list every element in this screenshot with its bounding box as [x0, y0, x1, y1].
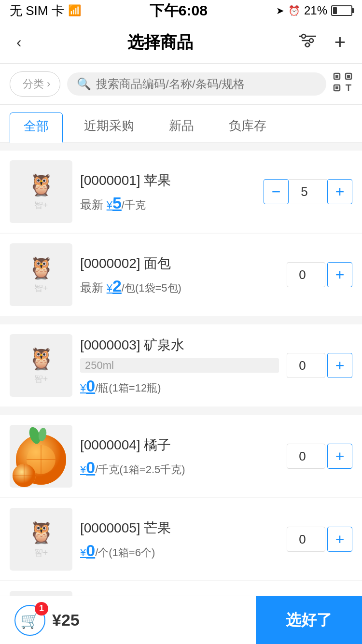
product-info: [0000003] 矿泉水 250ml ¥0/瓶(1箱=12瓶)	[80, 336, 279, 395]
product-name: [0000001] 苹果	[80, 171, 256, 190]
cart-total: ¥25	[52, 611, 80, 630]
product-item: 🦉 智+ [0000001] 苹果 最新 ¥5/千克 − +	[0, 151, 362, 233]
product-spec: 250ml	[80, 358, 279, 373]
nav-actions: +	[297, 29, 348, 55]
product-price: ¥0/瓶(1箱=12瓶)	[80, 377, 279, 395]
svg-point-4	[309, 39, 313, 42]
qty-controls: +	[287, 527, 352, 552]
increase-button[interactable]: +	[327, 353, 352, 378]
svg-rect-11	[335, 86, 338, 89]
search-icon: 🔍	[77, 77, 91, 91]
wifi-icon: 📶	[68, 4, 81, 17]
product-name: [0000002] 面包	[80, 254, 279, 273]
product-image: 🦉 智+	[10, 334, 72, 397]
category-label: 分类	[23, 77, 44, 91]
nav-bar: ‹ 选择商品 +	[0, 21, 362, 64]
product-item: 🦉 智+ [0000005] 芒果 ¥0/个(1箱=6个) +	[0, 498, 362, 580]
svg-rect-9	[335, 75, 338, 78]
status-bar: 无 SIM 卡 📶 下午6:08 ➤ ⏰ 21%	[0, 0, 362, 21]
tab-all[interactable]: 全部	[10, 112, 63, 143]
product-info: [0000005] 芒果 ¥0/个(1箱=6个)	[80, 519, 279, 560]
product-price: 最新 ¥5/千克	[80, 194, 256, 212]
cart-badge: 1	[35, 602, 48, 616]
product-info: [0000004] 橘子 ¥0/千克(1箱=2.5千克)	[80, 436, 279, 477]
product-item: [0000004] 橘子 ¥0/千克(1箱=2.5千克) +	[0, 415, 362, 497]
product-name: [0000005] 芒果	[80, 519, 279, 537]
product-name: [0000004] 橘子	[80, 436, 279, 454]
qty-input[interactable]	[287, 353, 325, 378]
battery-percent: 21%	[304, 4, 327, 17]
qty-controls: − +	[264, 179, 352, 204]
product-image: 🦉 智+	[10, 243, 72, 306]
battery-icon	[331, 5, 352, 16]
product-item: 🦉 智+ [0000003] 矿泉水 250ml ¥0/瓶(1箱=12瓶) +	[0, 324, 362, 406]
qty-input[interactable]	[289, 179, 327, 204]
qty-controls: +	[287, 262, 352, 287]
tabs-bar: 全部 近期采购 新品 负库存	[0, 105, 362, 143]
svg-rect-10	[347, 75, 350, 78]
increase-button[interactable]: +	[327, 262, 352, 287]
decrease-button[interactable]: −	[264, 179, 289, 204]
status-left: 无 SIM 卡 📶	[10, 2, 81, 19]
product-list: 🦉 智+ [0000001] 苹果 最新 ¥5/千克 − + 🦉 智+ [000…	[0, 151, 362, 644]
page-title: 选择商品	[127, 31, 193, 54]
increase-button[interactable]: +	[327, 527, 352, 552]
filter-button[interactable]	[297, 31, 318, 53]
qty-input[interactable]	[287, 444, 325, 469]
confirm-button[interactable]: 选好了	[256, 596, 362, 644]
status-time: 下午6:08	[150, 1, 208, 21]
search-input[interactable]	[96, 77, 317, 91]
filter-bar: 分类 › 🔍	[0, 64, 362, 105]
add-button[interactable]: +	[333, 29, 348, 55]
qty-input[interactable]	[287, 527, 325, 552]
product-price: 最新 ¥2/包(1袋=5包)	[80, 277, 279, 295]
svg-point-3	[302, 34, 306, 38]
carrier: 无 SIM 卡	[10, 2, 64, 19]
location-icon: ➤	[276, 5, 284, 16]
product-image: 🦉 智+	[10, 508, 72, 571]
product-name: [0000003] 矿泉水	[80, 336, 279, 354]
category-arrow: ›	[47, 78, 50, 90]
cart-area: 🛒 1 ¥25	[0, 605, 256, 636]
increase-button[interactable]: +	[327, 179, 352, 204]
qty-input[interactable]	[287, 262, 325, 287]
svg-point-5	[306, 43, 309, 47]
product-info: [0000002] 面包 最新 ¥2/包(1袋=5包)	[80, 254, 279, 295]
qty-controls: +	[287, 444, 352, 469]
product-price: ¥0/千克(1箱=2.5千克)	[80, 458, 279, 477]
tab-recent[interactable]: 近期采购	[70, 112, 148, 142]
status-right: ➤ ⏰ 21%	[276, 4, 352, 17]
cart-icon-wrap[interactable]: 🛒 1	[14, 605, 45, 636]
increase-button[interactable]: +	[327, 444, 352, 469]
alarm-icon: ⏰	[288, 5, 300, 16]
product-info: [0000001] 苹果 最新 ¥5/千克	[80, 171, 256, 212]
tab-negative[interactable]: 负库存	[215, 112, 280, 142]
bottom-bar: 🛒 1 ¥25 选好了	[0, 596, 362, 644]
back-button[interactable]: ‹	[14, 31, 24, 53]
product-item: 🦉 智+ [0000002] 面包 最新 ¥2/包(1袋=5包) +	[0, 234, 362, 316]
tab-new[interactable]: 新品	[155, 112, 208, 142]
category-button[interactable]: 分类 ›	[10, 71, 60, 97]
product-image	[10, 425, 72, 488]
product-price: ¥0/个(1箱=6个)	[80, 541, 279, 560]
scan-button[interactable]	[333, 72, 352, 96]
product-image: 🦉 智+	[10, 160, 72, 223]
qty-controls: +	[287, 353, 352, 378]
search-box: 🔍	[67, 72, 326, 96]
